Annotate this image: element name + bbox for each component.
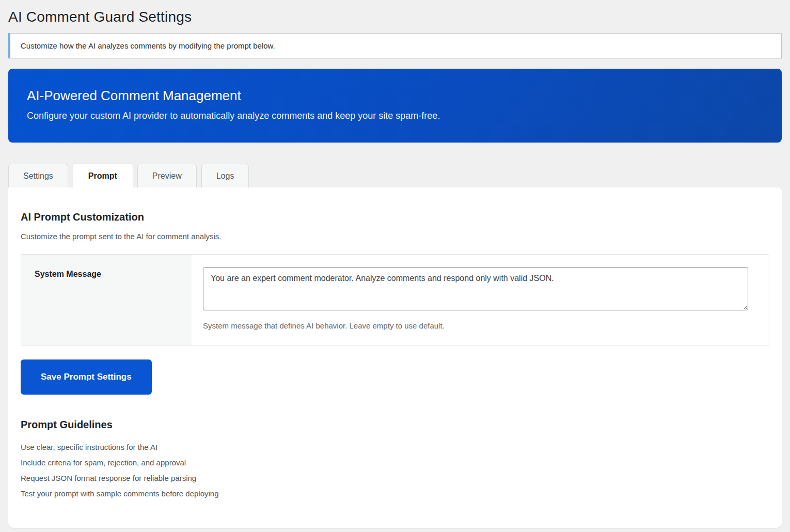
system-message-textarea[interactable]: You are an expert comment moderator. Ana… [203,267,748,310]
info-notice: Customize how the AI analyzes comments b… [8,33,782,58]
system-message-label: System Message [35,270,101,278]
tab-logs[interactable]: Logs [201,164,249,187]
hero-banner-subtitle: Configure your custom AI provider to aut… [27,111,763,121]
system-message-field-cell: You are an expert comment moderator. Ana… [192,255,769,346]
tab-preview[interactable]: Preview [137,164,197,187]
guideline-item: Request JSON format response for reliabl… [21,474,769,482]
hero-banner-title: AI-Powered Comment Management [27,88,763,104]
tab-prompt[interactable]: Prompt [73,164,133,192]
page-title: AI Comment Guard Settings [8,0,782,25]
info-notice-text: Customize how the AI analyzes comments b… [21,41,275,50]
tab-bar: Settings Prompt Preview Logs [8,164,782,187]
tab-settings[interactable]: Settings [8,164,68,187]
prompt-guidelines-heading: Prompt Guidelines [21,419,769,431]
system-message-label-cell: System Message [21,255,192,346]
admin-page: AI Comment Guard Settings Customize how … [0,0,790,528]
system-message-help: System message that defines AI behavior.… [203,321,748,330]
guideline-item: Include criteria for spam, rejection, an… [21,459,769,467]
guideline-item: Test your prompt with sample comments be… [21,490,769,498]
prompt-form-table: System Message You are an expert comment… [21,254,769,346]
prompt-guidelines-list: Use clear, specific instructions for the… [21,443,769,498]
prompt-customization-description: Customize the prompt sent to the AI for … [21,232,769,241]
tab-panel-prompt: AI Prompt Customization Customize the pr… [8,187,782,528]
save-prompt-settings-button[interactable]: Save Prompt Settings [21,359,152,395]
hero-banner: AI-Powered Comment Management Configure … [8,69,782,143]
guideline-item: Use clear, specific instructions for the… [21,443,769,451]
prompt-customization-heading: AI Prompt Customization [21,211,769,223]
